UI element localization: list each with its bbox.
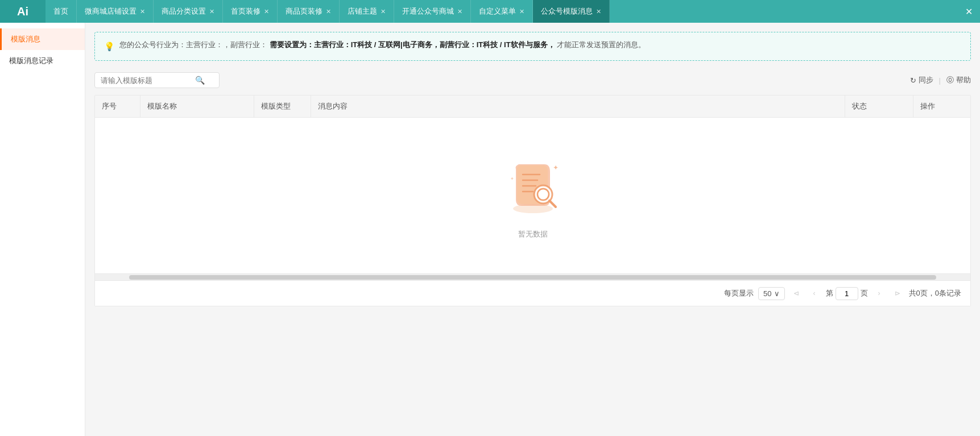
sync-icon: ↻ <box>910 76 916 85</box>
tab-product-decor[interactable]: 商品页装修 ✕ <box>278 0 340 23</box>
tab-custom-menu[interactable]: 自定义菜单 ✕ <box>471 0 533 23</box>
empty-text: 暂无数据 <box>518 229 548 239</box>
close-tab-open-wechat-shop[interactable]: ✕ <box>457 8 462 15</box>
close-tab-shop-theme[interactable]: ✕ <box>381 8 386 15</box>
top-nav: Ai 首页 微商城店铺设置 ✕ 商品分类设置 ✕ 首页装修 ✕ 商品页装修 ✕ … <box>0 0 980 23</box>
page-size-label: 每页显示 <box>724 288 754 298</box>
col-header-index: 序号 <box>95 95 140 117</box>
page-total: 共0页，0条记录 <box>909 288 961 298</box>
col-header-type: 模版类型 <box>254 95 311 117</box>
last-page-button[interactable]: ⊳ <box>891 286 904 300</box>
close-tab-home-decor[interactable]: ✕ <box>264 8 269 15</box>
prev-page-button[interactable]: ‹ <box>808 286 821 300</box>
tab-shop-theme[interactable]: 店铺主题 ✕ <box>340 0 394 23</box>
page-input-wrap: 第 页 <box>826 287 868 300</box>
tab-category-settings[interactable]: 商品分类设置 ✕ <box>154 0 223 23</box>
tab-home[interactable]: 首页 <box>46 0 77 23</box>
svg-point-6 <box>537 189 549 200</box>
global-close-button[interactable]: ✕ <box>957 0 980 23</box>
page-size-select[interactable]: 50 ∨ <box>758 287 784 300</box>
empty-illustration: ✦ ✦ <box>499 152 567 220</box>
col-header-status: 状态 <box>845 95 913 117</box>
table-container: 序号 模版名称 模版类型 消息内容 状态 操作 <box>94 95 971 306</box>
search-icon[interactable]: 🔍 <box>195 76 205 85</box>
close-tab-category-settings[interactable]: ✕ <box>209 8 214 15</box>
close-tab-product-decor[interactable]: ✕ <box>326 8 331 15</box>
first-page-button[interactable]: ⊲ <box>789 286 803 300</box>
scrollbar-thumb[interactable] <box>129 275 936 280</box>
next-page-button[interactable]: › <box>873 286 886 300</box>
sidebar-item-template-msg[interactable]: 模版消息 <box>0 28 85 50</box>
empty-state: ✦ ✦ 暂无数据 <box>95 118 970 273</box>
sidebar: 模版消息 模版消息记录 <box>0 23 85 436</box>
tab-bar: 首页 微商城店铺设置 ✕ 商品分类设置 ✕ 首页装修 ✕ 商品页装修 ✕ 店铺主… <box>46 0 957 23</box>
chevron-down-icon: ∨ <box>774 289 780 298</box>
col-header-action: 操作 <box>913 95 970 117</box>
svg-line-7 <box>549 201 556 207</box>
help-button[interactable]: ⓪ 帮助 <box>946 75 971 85</box>
table-header: 序号 模版名称 模版类型 消息内容 状态 操作 <box>95 95 970 118</box>
col-header-name: 模版名称 <box>140 95 254 117</box>
horizontal-scrollbar[interactable] <box>95 273 970 280</box>
bulb-icon: 💡 <box>104 40 115 53</box>
brand-logo: Ai <box>0 0 46 23</box>
tab-home-decor[interactable]: 首页装修 ✕ <box>223 0 278 23</box>
info-banner-text: 您的公众号行业为：主营行业：，副营行业： 需要设置为：主营行业：IT科技 / 互… <box>119 39 646 51</box>
main-layout: 模版消息 模版消息记录 💡 您的公众号行业为：主营行业：，副营行业： 需要设置为… <box>0 23 980 436</box>
page-size-value: 50 <box>763 289 771 298</box>
close-tab-shop-settings[interactable]: ✕ <box>140 8 145 15</box>
search-row: 🔍 ↻ 同步 | ⓪ 帮助 <box>94 72 971 88</box>
sidebar-item-template-msg-log[interactable]: 模版消息记录 <box>0 50 85 72</box>
search-box[interactable]: 🔍 <box>94 72 220 88</box>
tab-template-msg[interactable]: 公众号模版消息 ✕ <box>533 0 610 23</box>
close-tab-custom-menu[interactable]: ✕ <box>519 8 524 15</box>
page-number-input[interactable] <box>836 287 858 300</box>
close-tab-template-msg[interactable]: ✕ <box>596 8 601 15</box>
sync-button[interactable]: ↻ 同步 <box>910 75 933 85</box>
col-header-content: 消息内容 <box>311 95 845 117</box>
content-area: 💡 您的公众号行业为：主营行业：，副营行业： 需要设置为：主营行业：IT科技 /… <box>85 23 980 436</box>
info-banner: 💡 您的公众号行业为：主营行业：，副营行业： 需要设置为：主营行业：IT科技 /… <box>94 32 971 61</box>
search-input[interactable] <box>101 76 192 85</box>
help-icon: ⓪ <box>946 75 954 85</box>
svg-text:✦: ✦ <box>510 176 514 181</box>
tab-open-wechat-shop[interactable]: 开通公众号商城 ✕ <box>394 0 471 23</box>
search-actions: ↻ 同步 | ⓪ 帮助 <box>910 75 971 85</box>
tab-shop-settings[interactable]: 微商城店铺设置 ✕ <box>77 0 154 23</box>
pagination: 每页显示 50 ∨ ⊲ ‹ 第 页 › ⊳ 共0页，0条记录 <box>95 280 970 306</box>
divider: | <box>939 76 941 85</box>
svg-text:✦: ✦ <box>553 164 559 172</box>
